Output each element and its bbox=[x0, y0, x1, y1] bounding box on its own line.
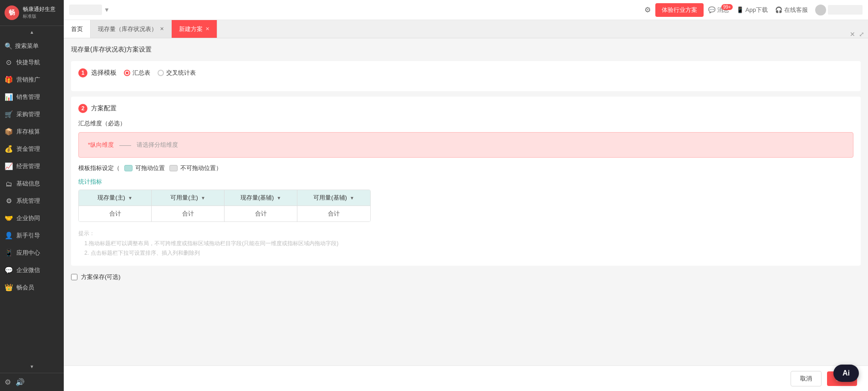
dropdown-icon[interactable]: ▼ bbox=[104, 6, 110, 13]
col4-header-label: 可用量(基辅) bbox=[313, 194, 347, 202]
col3-dropdown[interactable]: ▼ bbox=[276, 196, 281, 201]
sidebar-item-basic-info[interactable]: 🗂 基础信息 bbox=[0, 175, 64, 192]
quick-nav-icon: ⊙ bbox=[5, 58, 13, 67]
tab-close-all-icon[interactable]: ✕ bbox=[850, 31, 855, 38]
stats-label: 统计指标 bbox=[78, 178, 853, 186]
col4-footer: 合计 bbox=[297, 206, 370, 221]
sidebar-item-sales[interactable]: 📊 销售管理 bbox=[0, 88, 64, 106]
finance-icon: 💰 bbox=[5, 145, 13, 153]
sidebar-item-app-center[interactable]: 📱 应用中心 bbox=[0, 244, 64, 262]
save-checkbox[interactable] bbox=[71, 274, 77, 280]
message-button[interactable]: 💬 消息 99+ bbox=[708, 6, 729, 14]
stats-table-header: 现存量(主) ▼ 合计 可用量(主) ▼ 合计 bbox=[79, 190, 370, 221]
user-avatar bbox=[815, 5, 826, 15]
user-menu[interactable] bbox=[815, 5, 863, 15]
dim-vertical-label: *纵向维度 bbox=[88, 141, 114, 149]
template-radio-group: 汇总表 交叉统计表 bbox=[124, 69, 196, 77]
stats-table: 现存量(主) ▼ 合计 可用量(主) ▼ 合计 bbox=[78, 190, 371, 222]
col2-footer: 合计 bbox=[152, 206, 224, 221]
topbar-right: 💬 消息 99+ 📱 App下载 🎧 在线客服 bbox=[708, 5, 863, 15]
scroll-down-btn[interactable]: ▼ bbox=[0, 362, 64, 371]
sidebar-item-label: 库存核算 bbox=[16, 128, 40, 136]
trial-btn[interactable]: 体验行业方案 bbox=[655, 3, 704, 17]
sidebar-item-marketing[interactable]: 🎁 营销推广 bbox=[0, 71, 64, 88]
tab-home[interactable]: 首页 bbox=[64, 20, 91, 38]
tips: 提示： 1.拖动标题栏可以调整布局，不可跨维度或指标区域拖动栏目字段(只能在同一… bbox=[78, 229, 853, 258]
wechat-icon: 💬 bbox=[5, 266, 13, 274]
purchase-icon: 🛒 bbox=[5, 110, 13, 118]
logo-text: 畅康通好生意 bbox=[23, 6, 56, 13]
sidebar-item-label: 畅会员 bbox=[16, 283, 34, 292]
search-label: 搜索菜单 bbox=[15, 42, 39, 50]
section1-title: 选择模板 bbox=[91, 69, 117, 77]
user-name bbox=[828, 5, 863, 15]
stats-section: 统计指标 现存量(主) ▼ 合计 可用量(主) bbox=[78, 178, 853, 223]
tab-new-scheme-close[interactable]: ✕ bbox=[205, 26, 209, 32]
operations-icon: 📈 bbox=[5, 162, 13, 170]
stats-col-3: 现存量(基辅) ▼ 合计 bbox=[225, 190, 297, 221]
gear-button[interactable]: ⚙ bbox=[644, 5, 651, 14]
main-area: ▼ ⚙ 体验行业方案 💬 消息 99+ 📱 App下载 🎧 在线客服 bbox=[64, 0, 868, 391]
tab-inventory-close[interactable]: ✕ bbox=[160, 26, 164, 32]
tab-new-scheme-label: 新建方案 bbox=[179, 25, 203, 33]
sidebar-item-quick-nav[interactable]: ⊙ 快捷导航 bbox=[0, 54, 64, 71]
footer: 取消 查询 bbox=[64, 365, 868, 391]
content-area: 现存量(库存状况表)方案设置 1 选择模板 汇总表 交叉统计表 bbox=[64, 38, 868, 365]
sidebar-search[interactable]: 🔍 搜索菜单 bbox=[0, 38, 64, 54]
sidebar-item-cooperation[interactable]: 🤝 企业协同 bbox=[0, 210, 64, 227]
col1-dropdown[interactable]: ▼ bbox=[128, 196, 133, 201]
cancel-button[interactable]: 取消 bbox=[791, 371, 822, 386]
ai-bubble[interactable]: Ai bbox=[833, 365, 859, 382]
col4-dropdown[interactable]: ▼ bbox=[350, 196, 354, 201]
col2-header-label: 可用量(主) bbox=[170, 194, 198, 202]
tab-expand-icon[interactable]: ⤢ bbox=[859, 31, 864, 38]
section-template: 1 选择模板 汇总表 交叉统计表 bbox=[71, 61, 861, 91]
scroll-up-btn[interactable]: ▲ bbox=[0, 28, 64, 36]
sidebar-item-finance[interactable]: 💰 资金管理 bbox=[0, 140, 64, 158]
message-icon: 💬 bbox=[708, 6, 715, 13]
online-service-button[interactable]: 🎧 在线客服 bbox=[775, 6, 808, 14]
dim-required-box[interactable]: *纵向维度 —— 请选择分组维度 bbox=[78, 132, 853, 158]
sidebar-item-wechat[interactable]: 💬 企业微信 bbox=[0, 262, 64, 279]
indicator-setting-label: 模板指标设定（ bbox=[78, 164, 120, 172]
sidebar-item-member[interactable]: 👑 畅会员 bbox=[0, 279, 64, 296]
col1-header-label: 现存量(主) bbox=[97, 194, 125, 202]
page-title: 现存量(库存状况表)方案设置 bbox=[71, 46, 861, 54]
sidebar-item-system[interactable]: ⚙ 系统管理 bbox=[0, 192, 64, 210]
dim-dash: —— bbox=[119, 142, 131, 149]
tab-home-label: 首页 bbox=[71, 25, 83, 33]
app-download-button[interactable]: 📱 App下载 bbox=[736, 6, 768, 14]
cooperation-icon: 🤝 bbox=[5, 214, 13, 222]
basic-info-icon: 🗂 bbox=[5, 180, 13, 188]
sidebar-bottom: ⚙ 🔊 bbox=[0, 373, 64, 391]
settings-icon[interactable]: ⚙ bbox=[5, 378, 11, 386]
sidebar-item-label: 营销推广 bbox=[16, 76, 40, 84]
indicator-setting: 模板指标设定（ 可拖动位置 不可拖动位置） bbox=[78, 164, 853, 172]
col3-footer: 合计 bbox=[225, 206, 297, 221]
tip-1: 1.拖动标题栏可以调整布局，不可跨维度或指标区域拖动栏目字段(只能在同一维度或指… bbox=[78, 239, 853, 249]
radio-summary-label: 汇总表 bbox=[133, 69, 150, 77]
tab-inventory-status[interactable]: 现存量（库存状况表） ✕ bbox=[91, 20, 172, 38]
sidebar-item-operations[interactable]: 📈 经营管理 bbox=[0, 158, 64, 175]
sidebar: 畅 畅康通好生意 标准版 ▲ 🔍 搜索菜单 ⊙ 快捷导航 🎁 营销推广 📊 销售… bbox=[0, 0, 64, 391]
stats-col-2: 可用量(主) ▼ 合计 bbox=[152, 190, 225, 221]
new-guide-icon: 👤 bbox=[5, 232, 13, 240]
section1-num: 1 bbox=[78, 68, 87, 77]
sidebar-item-new-guide[interactable]: 👤 新手引导 bbox=[0, 227, 64, 244]
ai-label: Ai bbox=[842, 369, 850, 377]
sidebar-item-inventory[interactable]: 📦 库存核算 bbox=[0, 123, 64, 140]
message-badge: 99+ bbox=[721, 4, 733, 10]
section-config: 2 方案配置 汇总维度（必选） *纵向维度 —— 请选择分组维度 模板指标设定（… bbox=[71, 97, 861, 266]
app-center-icon: 📱 bbox=[5, 249, 13, 257]
topbar: ▼ ⚙ 体验行业方案 💬 消息 99+ 📱 App下载 🎧 在线客服 bbox=[64, 0, 868, 20]
radio-cross[interactable]: 交叉统计表 bbox=[158, 69, 196, 77]
radio-summary[interactable]: 汇总表 bbox=[124, 69, 150, 77]
radio-cross-dot bbox=[158, 70, 164, 76]
tab-new-scheme[interactable]: 新建方案 ✕ bbox=[172, 20, 217, 38]
col3-header-label: 现存量(基辅) bbox=[240, 194, 274, 202]
tip-2: 2. 点击标题栏下拉可设置排序、插入列和删除列 bbox=[78, 248, 853, 258]
sidebar-item-purchase[interactable]: 🛒 采购管理 bbox=[0, 106, 64, 123]
stats-col-4: 可用量(基辅) ▼ 合计 bbox=[297, 190, 370, 221]
col2-dropdown[interactable]: ▼ bbox=[201, 196, 205, 201]
sound-icon[interactable]: 🔊 bbox=[15, 378, 25, 386]
